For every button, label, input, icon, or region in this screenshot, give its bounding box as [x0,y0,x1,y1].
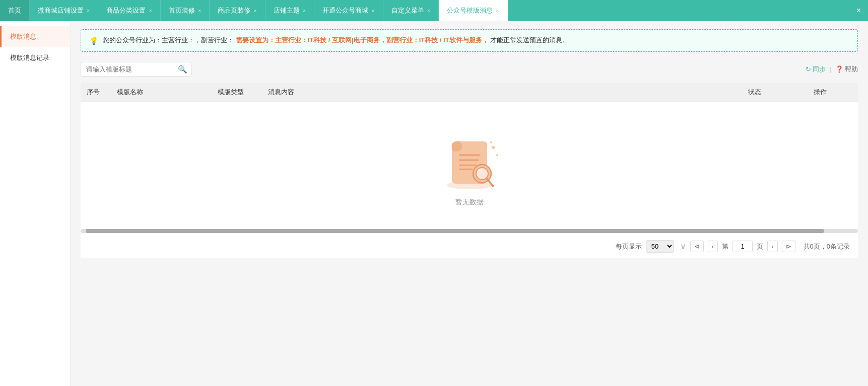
help-button[interactable]: ❓ 帮助 [835,65,858,74]
svg-point-8 [478,169,481,172]
nav-template-msg[interactable]: 公众号模版消息 × [439,0,507,21]
col-status: 状态 [742,83,808,102]
close-store-settings[interactable]: × [87,8,90,14]
scroll-area[interactable]: 序号 模版名称 模版类型 消息内容 状态 操作 [81,83,858,227]
close-category-settings[interactable]: × [149,8,152,14]
table-header-row: 序号 模版名称 模版类型 消息内容 状态 操作 [81,83,858,102]
empty-illustration [437,132,502,198]
close-custom-menu[interactable]: × [427,8,430,14]
search-input-wrap: 🔍 [81,62,191,76]
sidebar-item-template-message-record[interactable]: 模版消息记录 [0,47,70,68]
svg-point-6 [476,168,488,180]
empty-state-row: 暂无数据 [81,102,858,227]
search-input[interactable] [81,62,191,76]
page-input[interactable] [732,241,753,252]
first-page-button[interactable]: ⊲ [690,241,704,252]
col-action: 操作 [808,83,858,102]
col-content: 消息内容 [262,83,742,102]
pagination: 每页显示 10 20 50 100 ∨ ⊲ ‹ 第 页 › ⊳ 共0页，0条记录 [81,235,858,258]
nav-product-decoration[interactable]: 商品页装修 × [210,0,265,21]
col-type: 模版类型 [212,83,262,102]
search-icon[interactable]: 🔍 [178,65,187,74]
svg-point-11 [490,141,492,143]
bulb-icon: 💡 [89,36,99,45]
empty-state-text: 暂无数据 [455,198,484,207]
next-page-button[interactable]: › [767,241,777,252]
last-page-button[interactable]: ⊳ [782,241,795,252]
sync-button[interactable]: ↻ 同步 [806,65,826,74]
page-size-label: 每页显示 [616,242,642,251]
global-close-button[interactable]: × [849,0,868,21]
content-area: 💡 您的公众号行业为：主营行业：，副营行业： 需要设置为：主营行业：IT科技 /… [71,21,868,386]
top-nav: 首页 微商城店铺设置 × 商品分类设置 × 首页装修 × 商品页装修 × 店铺主… [0,0,868,21]
close-product-decoration[interactable]: × [253,8,256,14]
info-banner: 💡 您的公众号行业为：主营行业：，副营行业： 需要设置为：主营行业：IT科技 /… [81,29,858,52]
horizontal-scrollbar[interactable] [81,229,858,233]
sync-icon: ↻ [806,65,811,73]
nav-category-settings[interactable]: 商品分类设置 × [98,0,160,21]
chevron-down-icon: ∨ [680,242,686,251]
help-icon: ❓ [835,65,843,73]
main-layout: 模版消息 模版消息记录 💡 您的公众号行业为：主营行业：，副营行业： 需要设置为… [0,21,868,386]
nav-store-theme[interactable]: 店铺主题 × [265,0,314,21]
page-size-select[interactable]: 10 20 50 100 [646,240,674,253]
col-index: 序号 [81,83,111,102]
total-label: 共0页，0条记录 [804,242,850,251]
table-wrap: 序号 模版名称 模版类型 消息内容 状态 操作 [81,83,858,258]
toolbar-divider: | [830,65,831,73]
sidebar-item-template-message[interactable]: 模版消息 [0,26,70,47]
prev-page-button[interactable]: ‹ [708,241,718,252]
nav-open-mall[interactable]: 开通公众号商城 × [314,0,383,21]
nav-home[interactable]: 首页 [0,0,30,21]
col-name: 模版名称 [111,83,212,102]
page-suffix: 页 [757,242,763,251]
svg-point-9 [492,146,495,149]
nav-custom-menu[interactable]: 自定义菜单 × [383,0,439,21]
close-open-mall[interactable]: × [371,8,374,14]
close-template-msg[interactable]: × [496,8,499,14]
toolbar-right: ↻ 同步 | ❓ 帮助 [806,65,858,74]
current-page-prefix: 第 [722,242,728,251]
svg-point-10 [496,154,498,156]
scroll-thumb[interactable] [86,229,824,233]
info-banner-text: 您的公众号行业为：主营行业：，副营行业： 需要设置为：主营行业：IT科技 / 互… [103,36,569,45]
close-store-theme[interactable]: × [303,8,306,14]
sidebar: 模版消息 模版消息记录 [0,21,71,386]
data-table: 序号 模版名称 模版类型 消息内容 状态 操作 [81,83,858,227]
search-bar: 🔍 ↻ 同步 | ❓ 帮助 [81,62,858,76]
nav-home-decoration[interactable]: 首页装修 × [161,0,210,21]
close-home-decoration[interactable]: × [198,8,201,14]
nav-store-settings[interactable]: 微商城店铺设置 × [30,0,98,21]
empty-state: 暂无数据 [81,102,858,227]
